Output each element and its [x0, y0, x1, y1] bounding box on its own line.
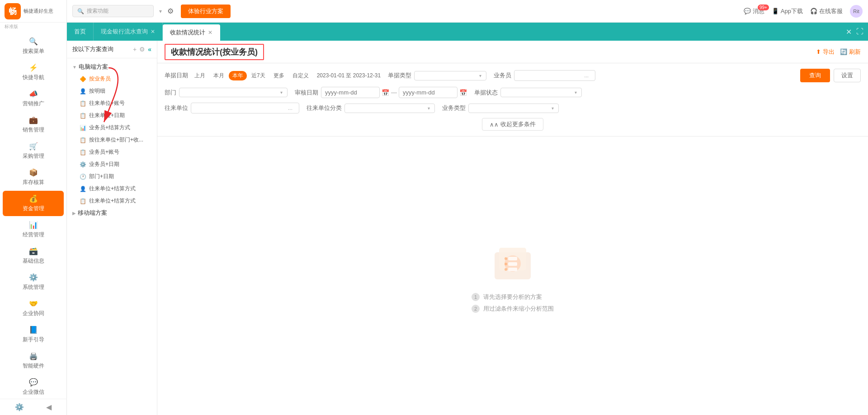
tab-bar: 首页 现金银行流水查询 ✕ 收款情况统计 ✕ ✕ ⛶ [67, 23, 868, 41]
doc-type-select[interactable]: ▾ [414, 71, 486, 80]
doc-type-arrow: ▾ [479, 73, 481, 78]
sidebar-item-enterprise[interactable]: 🤝 企业协同 [3, 296, 64, 321]
trial-button[interactable]: 体验行业方案 [181, 5, 231, 18]
svg-rect-5 [508, 268, 517, 271]
page-header: 收款情况统计(按业务员) ⬆ 导出 🔄 刷新 [157, 41, 868, 63]
sidebar-item-finance[interactable]: 💰 资金管理 [3, 191, 64, 216]
sidebar-item-hardware[interactable]: 🖨️ 智能硬件 [3, 348, 64, 373]
review-date-cal-icon[interactable]: 📅 [382, 89, 389, 96]
scheme-item-unit-settlement2[interactable]: 📋 往来单位+结算方式 [67, 195, 157, 207]
tab-collection-stats[interactable]: 收款情况统计 ✕ [163, 24, 220, 41]
scheme-item-sales-settlement[interactable]: 📊 业务员+结算方式 [67, 122, 157, 134]
svg-rect-3 [508, 257, 517, 260]
business-type-select[interactable]: ▾ [468, 104, 559, 113]
tab-collection-stats-close[interactable]: ✕ [208, 29, 212, 36]
sales-settlement-icon: 📊 [80, 125, 86, 131]
scheme-item-unit-dept[interactable]: 📋 按往来单位+部门+收... [67, 134, 157, 146]
app-download-btn[interactable]: 📱 App下载 [772, 7, 803, 15]
user-avatar[interactable]: Rit [850, 5, 863, 18]
logo-text: 畅捷通好生意 [24, 8, 53, 14]
sidebar-item-sales[interactable]: 💼 销售管理 [3, 112, 64, 137]
guide-icon: 📘 [29, 325, 38, 334]
review-date-to-cal-icon[interactable]: 📅 [459, 89, 467, 96]
date-tab-this-month[interactable]: 本月 [210, 71, 228, 80]
add-scheme-btn[interactable]: + [133, 46, 137, 53]
counterparty-select[interactable]: ... [191, 103, 299, 113]
sidebar-item-purchase[interactable]: 🛒 采购管理 [3, 138, 64, 164]
scheme-tree: ▼ 电脑端方案 🔶 按业务员 👤 按明细 📋 往来单位+账号 [67, 58, 157, 415]
sidebar-item-wechat[interactable]: 💬 企业微信 [3, 374, 64, 399]
sidebar-item-basic[interactable]: 🗃️ 基础信息 [3, 243, 64, 269]
step-1-text: 请先选择要分析的方案 [483, 293, 542, 301]
date-tab-more[interactable]: 更多 [270, 71, 288, 80]
sidebar-item-system[interactable]: ⚙️ 系统管理 [3, 269, 64, 295]
filter-action-row: ∧∧ 收起更多条件 [165, 118, 861, 131]
doc-status-label: 单据状态 [474, 89, 498, 97]
unit-account-icon: 📋 [80, 100, 86, 107]
search-menu-icon: 🔍 [29, 37, 38, 46]
sidebar-settings-btn[interactable]: ⚙️ [15, 403, 24, 411]
date-tab-7days[interactable]: 近7天 [248, 71, 269, 80]
scheme-item-unit-date[interactable]: 📋 往来单位+日期 [67, 109, 157, 122]
top-chevron-icon[interactable]: ▾ [159, 8, 162, 14]
svg-point-7 [505, 263, 507, 265]
scheme-item-by-salesperson[interactable]: 🔶 按业务员 [67, 73, 157, 85]
page-title: 收款情况统计(按业务员) [171, 47, 258, 57]
department-filter: 部门 ▾ [165, 88, 288, 97]
sidebar-collapse-btn[interactable]: ◀ [46, 403, 52, 411]
date-tab-this-year[interactable]: 本年 [229, 71, 247, 80]
purchase-icon: 🛒 [29, 142, 38, 151]
tab-maximize-icon[interactable]: ⛶ [856, 28, 863, 36]
sidebar-item-operation[interactable]: 📊 经营管理 [3, 217, 64, 242]
scheme-item-unit-settlement1[interactable]: 👤 往来单位+结算方式 [67, 183, 157, 195]
date-tab-custom[interactable]: 自定义 [289, 71, 312, 80]
collapse-filter-btn[interactable]: ∧∧ 收起更多条件 [482, 118, 543, 131]
message-icon: 💬 [744, 8, 751, 14]
review-date-to[interactable] [399, 87, 458, 98]
export-btn[interactable]: ⬆ 导出 [816, 48, 835, 56]
scheme-settings-btn[interactable]: ⚙ [139, 46, 145, 53]
query-button[interactable]: 查询 [800, 69, 830, 82]
sidebar-item-quick-nav[interactable]: ⚡ 快捷导航 [3, 60, 64, 85]
counterparty-dots[interactable]: ... [288, 105, 292, 111]
review-date-from[interactable] [321, 87, 380, 98]
scheme-item-unit-account[interactable]: 📋 往来单位+账号 [67, 97, 157, 109]
salesperson-select[interactable]: ... [514, 70, 595, 81]
salesperson-dots[interactable]: ... [584, 72, 589, 79]
collapse-panel-btn[interactable]: « [148, 46, 151, 53]
review-date-separator: — [391, 89, 397, 96]
category-desktop[interactable]: ▼ 电脑端方案 [67, 61, 157, 73]
scheme-item-detail[interactable]: 👤 按明细 [67, 85, 157, 97]
scheme-item-dept-date[interactable]: 🕐 部门+日期 [67, 170, 157, 183]
date-tabs: 上月 本月 本年 近7天 更多 自定义 [191, 71, 312, 80]
scheme-item-sales-account[interactable]: 📋 业务员+账号 [67, 146, 157, 158]
department-select[interactable]: ▾ [179, 88, 288, 97]
sales-date-icon: ⚙️ [80, 161, 86, 168]
category-mobile[interactable]: ▶ 移动端方案 [67, 207, 157, 219]
sidebar-item-inventory[interactable]: 📦 库存核算 [3, 165, 64, 190]
top-gear-icon[interactable]: ⚙ [167, 7, 174, 15]
online-service-btn[interactable]: 🎧 在线客服 [810, 7, 843, 15]
scheme-active-icon: 🔶 [80, 76, 86, 82]
sidebar-item-guide[interactable]: 📘 新手引导 [3, 322, 64, 347]
date-tab-last-month[interactable]: 上月 [191, 71, 209, 80]
tab-close-window-icon[interactable]: ✕ [846, 28, 852, 36]
message-badge: 99+ [758, 5, 769, 10]
page-header-actions: ⬆ 导出 🔄 刷新 [816, 48, 861, 56]
counterparty-category-select[interactable]: ▾ [344, 104, 435, 113]
refresh-btn[interactable]: 🔄 刷新 [840, 48, 861, 56]
page-title-box: 收款情况统计(按业务员) [165, 44, 264, 60]
messages-btn[interactable]: 💬 消息 99+ [744, 7, 764, 15]
tab-bank-flow[interactable]: 现金银行流水查询 ✕ [94, 23, 163, 41]
date-range-display: 2023-01-01 至 2023-12-31 [317, 72, 381, 80]
logo-icon: 畅 [5, 3, 21, 19]
top-search[interactable]: 🔍 搜索功能 [72, 5, 154, 17]
sidebar-item-marketing[interactable]: 📣 营销推广 [3, 86, 64, 111]
tab-bank-flow-close[interactable]: ✕ [151, 28, 155, 35]
doc-status-select[interactable]: ▾ [500, 88, 582, 97]
category-mobile-arrow: ▶ [72, 211, 76, 216]
sidebar-item-search-menu[interactable]: 🔍 搜索菜单 [3, 33, 64, 59]
setting-button[interactable]: 设置 [834, 69, 861, 82]
tab-home[interactable]: 首页 [67, 23, 94, 41]
scheme-item-sales-date[interactable]: ⚙️ 业务员+日期 [67, 158, 157, 170]
